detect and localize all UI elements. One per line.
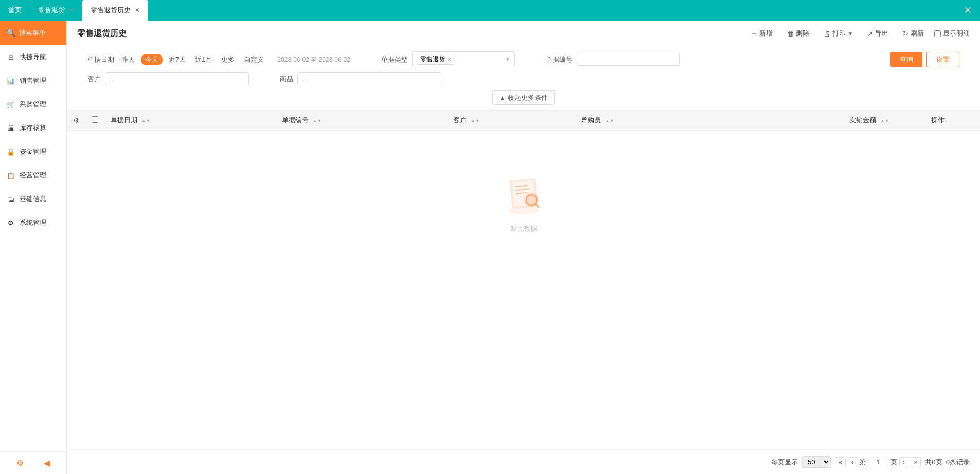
- customer-label: 客户: [87, 75, 101, 84]
- filter-area: 单据日期 昨天 今天 近7天 近1月 更多 自定义 2023-06-02 至 2…: [77, 46, 970, 110]
- date-option-1month[interactable]: 近1月: [192, 54, 215, 65]
- sidebar-item-purchase[interactable]: 🛒 采购管理: [0, 93, 66, 116]
- sidebar: 🔍 搜索菜单 ⊞ 快捷导航 📊 销售管理 🛒 采购管理 🏛 库存核算 🔒 资金管…: [0, 21, 67, 474]
- basic-info-icon: 🗂: [6, 194, 15, 204]
- prev-page-button[interactable]: ‹: [848, 457, 857, 467]
- th-guide: 导购员 ▲▼: [575, 111, 724, 131]
- export-button[interactable]: ↗ 导出: [863, 27, 893, 40]
- tab-retail-return-history[interactable]: 零售退货历史 ✕: [82, 0, 148, 21]
- customer-filter-group: 客户 ...: [87, 72, 249, 85]
- page-header: 零售退货历史 ＋ 新增 🗑 删除 🖨 打印 ▼: [67, 21, 980, 111]
- number-sort[interactable]: ▲▼: [313, 118, 322, 123]
- th-customer: 客户 ▲▼: [447, 111, 575, 131]
- date-label: 单据日期: [87, 55, 114, 64]
- amount-sort[interactable]: ▲▼: [880, 118, 889, 123]
- sidebar-item-label: 基础信息: [20, 194, 46, 204]
- sidebar-item-quick-nav[interactable]: ⊞ 快捷导航: [0, 45, 66, 69]
- empty-icon: [501, 172, 547, 218]
- collapse-sidebar-icon[interactable]: ◀: [44, 458, 50, 468]
- date-range: 2023-06-02 至 2023-06-02: [277, 56, 350, 64]
- customer-sort[interactable]: ▲▼: [471, 118, 480, 123]
- date-option-more[interactable]: 更多: [218, 54, 238, 65]
- tab-retail-return-close[interactable]: ✕: [69, 7, 74, 14]
- number-filter-group: 单据编号: [546, 53, 680, 66]
- sales-icon: 📊: [6, 76, 15, 85]
- total-info: 共0页, 0条记录: [925, 458, 970, 467]
- table-area: ⚙ 单据日期 ▲▼ 单据编号 ▲▼: [67, 111, 980, 449]
- number-label: 单据编号: [546, 55, 573, 64]
- date-option-today[interactable]: 今天: [141, 54, 163, 65]
- sidebar-item-system[interactable]: ⚙ 系统管理: [0, 211, 66, 234]
- tab-retail-return[interactable]: 零售退货 ✕: [30, 0, 82, 21]
- empty-text: 暂无数据: [510, 224, 537, 233]
- tab-home[interactable]: 零售退货历史 首页: [0, 0, 30, 21]
- sidebar-search-label: 搜索菜单: [19, 28, 46, 38]
- type-tag-close[interactable]: ✕: [447, 56, 452, 63]
- select-all-checkbox[interactable]: [92, 116, 98, 123]
- delete-button[interactable]: 🗑 删除: [783, 27, 813, 40]
- sidebar-item-sales[interactable]: 📊 销售管理: [0, 69, 66, 93]
- export-icon: ↗: [867, 30, 873, 38]
- date-option-7days[interactable]: 近7天: [166, 54, 189, 65]
- settings-icon[interactable]: ⚙: [16, 458, 24, 468]
- tab-retail-return-history-close[interactable]: ✕: [135, 7, 140, 14]
- type-dropdown-icon: ▼: [505, 57, 510, 62]
- window-close-button[interactable]: ✕: [956, 0, 980, 21]
- sidebar-item-label: 快捷导航: [20, 52, 46, 62]
- sidebar-item-basic-info[interactable]: 🗂 基础信息: [0, 187, 66, 211]
- new-button[interactable]: ＋ 新增: [746, 27, 777, 40]
- type-tag: 零售退货 ✕: [417, 54, 455, 65]
- date-option-yesterday[interactable]: 昨天: [118, 54, 138, 65]
- date-options: 昨天 今天 近7天 近1月 更多 自定义: [118, 54, 267, 65]
- page-size-select[interactable]: 50 10 20 100: [802, 456, 831, 468]
- sidebar-item-label: 系统管理: [20, 218, 46, 227]
- collapse-icon: ▲: [499, 94, 506, 102]
- refresh-icon: ↻: [903, 30, 908, 38]
- query-button[interactable]: 查询: [890, 52, 922, 67]
- goods-filter-group: 商品 ...: [280, 72, 441, 85]
- last-page-button[interactable]: »: [911, 457, 921, 467]
- next-page-button[interactable]: ›: [899, 457, 908, 467]
- page-size-label: 每页显示: [771, 458, 798, 467]
- page-number-input[interactable]: [868, 457, 888, 467]
- filter-row-1: 单据日期 昨天 今天 近7天 近1月 更多 自定义 2023-06-02 至 2…: [87, 51, 959, 67]
- date-sort[interactable]: ▲▼: [141, 118, 151, 123]
- print-dropdown-icon: ▼: [848, 31, 853, 37]
- customer-select[interactable]: ...: [105, 72, 249, 85]
- first-page-button[interactable]: «: [835, 457, 846, 467]
- collapse-button[interactable]: ▲ 收起更多条件: [492, 90, 555, 105]
- table-header-row: ⚙ 单据日期 ▲▼ 单据编号 ▲▼: [67, 111, 980, 131]
- date-option-custom[interactable]: 自定义: [241, 54, 267, 65]
- home-icon: ⊞: [6, 52, 15, 62]
- content-area: 零售退货历史 ＋ 新增 🗑 删除 🖨 打印 ▼: [67, 21, 980, 474]
- settings-button[interactable]: 设置: [926, 52, 959, 67]
- search-icon: 🔍: [6, 28, 16, 38]
- refresh-button[interactable]: ↻ 刷新: [899, 27, 928, 40]
- sidebar-item-management[interactable]: 📋 经营管理: [0, 163, 66, 187]
- page-title: 零售退货历史: [77, 28, 127, 39]
- print-button[interactable]: 🖨 打印 ▼: [819, 27, 857, 40]
- sidebar-item-finance[interactable]: 🔒 资金管理: [0, 140, 66, 163]
- print-icon: 🖨: [824, 30, 830, 38]
- number-input[interactable]: [577, 53, 680, 66]
- type-select[interactable]: 零售退货 ✕ ▼: [412, 51, 515, 67]
- sidebar-search[interactable]: 🔍 搜索菜单: [0, 21, 66, 45]
- th-action: 操作: [896, 111, 980, 131]
- guide-sort[interactable]: ▲▼: [605, 118, 614, 123]
- page-nav: « ‹ 第 页 › »: [835, 457, 921, 467]
- inventory-icon: 🏛: [6, 123, 15, 133]
- sidebar-item-inventory[interactable]: 🏛 库存核算: [0, 116, 66, 140]
- display-toggle-checkbox[interactable]: [934, 30, 941, 37]
- sidebar-item-label: 经营管理: [20, 171, 46, 180]
- purchase-icon: 🛒: [6, 100, 15, 109]
- plus-icon: ＋: [751, 29, 757, 38]
- th-date: 单据日期 ▲▼: [104, 111, 276, 131]
- sidebar-item-label: 销售管理: [20, 76, 46, 85]
- top-bar: 零售退货历史 首页 零售退货 ✕ 零售退货历史 ✕ ✕: [0, 0, 980, 21]
- sidebar-item-label: 采购管理: [20, 100, 46, 109]
- finance-icon: 🔒: [6, 147, 15, 156]
- pagination-bar: 每页显示 50 10 20 100 « ‹ 第 页 › » 共0页, 0条记录: [67, 449, 980, 474]
- data-table: ⚙ 单据日期 ▲▼ 单据编号 ▲▼: [67, 111, 980, 275]
- settings-gear-icon[interactable]: ⚙: [73, 117, 79, 124]
- goods-select[interactable]: ...: [297, 72, 441, 85]
